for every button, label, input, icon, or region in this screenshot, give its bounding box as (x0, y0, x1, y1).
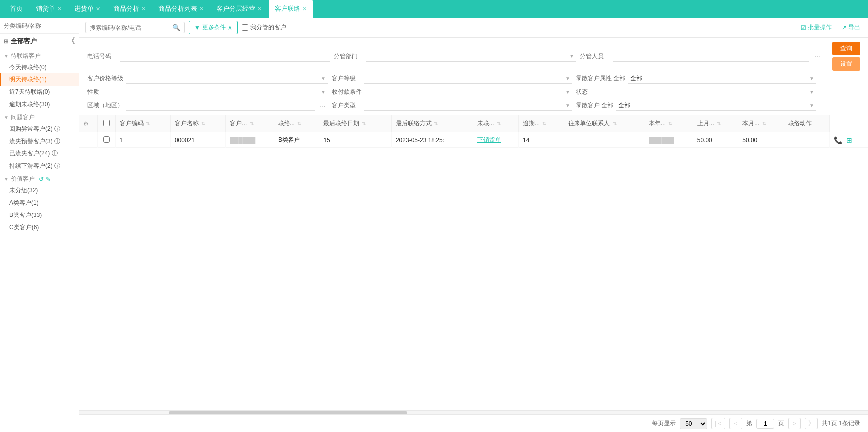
nav-customer-segment-close[interactable]: ✕ (257, 6, 262, 12)
filter-retail-customer-select[interactable]: 全部 (616, 100, 816, 110)
value-edit-icon[interactable]: ✎ (46, 176, 51, 183)
my-customers-checkbox-label[interactable]: 我分管的客户 (242, 23, 286, 32)
col-action: 联络动作 (784, 115, 829, 132)
row-uncontacted-value: 14 (523, 137, 529, 144)
sidebar-search-input[interactable] (4, 22, 78, 29)
sidebar-item-churned[interactable]: 已流失客户(24) ⓘ (0, 147, 79, 160)
filter-payment-select[interactable] (364, 87, 572, 97)
my-customers-checkbox[interactable] (242, 24, 248, 31)
filter-retail-attr-select[interactable]: 全部 (628, 73, 816, 83)
sort-icon-this-month[interactable]: ⇅ (762, 121, 766, 126)
col-overdue: 逾期... ⇅ (518, 115, 564, 132)
sidebar-item-declining[interactable]: 持续下滑客户(2) ⓘ (0, 160, 79, 172)
sidebar-item-b-class[interactable]: B类客户(33) (0, 209, 79, 221)
sort-icon-method[interactable]: ⇅ (434, 121, 438, 126)
col-gear: ⚙ (79, 115, 97, 132)
nav-purchase-close[interactable]: ✕ (96, 6, 100, 12)
sidebar-item-week[interactable]: 近7天待联络(0) (0, 86, 79, 98)
table-select-all[interactable] (103, 120, 110, 126)
filter-phone-input[interactable] (120, 51, 330, 62)
scrollbar-thumb[interactable] (169, 411, 407, 414)
sort-icon-code[interactable]: ⇅ (146, 121, 150, 126)
phone-action-icon[interactable]: 📞 (834, 136, 842, 144)
filter-customer-type-label: 客户类型 (332, 101, 362, 110)
sidebar-item-today[interactable]: 今天待联络(0) (0, 61, 79, 73)
row-checkbox[interactable] (103, 136, 110, 143)
search-icon[interactable]: 🔍 (172, 24, 180, 31)
collapse-icon[interactable]: 《 (68, 37, 75, 46)
batch-op-checkbox-icon: ☑ (801, 24, 806, 31)
customer-table: ⚙ 客户编码 ⇅ 客户名称 ⇅ (79, 115, 868, 148)
sort-icon-contact[interactable]: ⇅ (297, 121, 301, 126)
nav-home[interactable]: 首页 (4, 0, 29, 18)
per-page-select[interactable]: 50 100 200 (680, 418, 707, 429)
sort-icon-type[interactable]: ⇅ (250, 121, 254, 126)
last-page-button[interactable]: 》 (805, 418, 818, 429)
sidebar-item-tomorrow[interactable]: 明天待联络(1) (0, 73, 79, 86)
next-page-button[interactable]: ＞ (788, 418, 801, 429)
sidebar-item-c-class[interactable]: C类客户(6) (0, 221, 79, 234)
nav-analysis-list-close[interactable]: ✕ (199, 6, 204, 12)
filter-dept-select[interactable] (366, 51, 576, 61)
search-input[interactable] (90, 24, 172, 31)
nav-analysis-close[interactable]: ✕ (141, 6, 145, 12)
my-customers-label: 我分管的客户 (250, 23, 286, 32)
row-last-contact-method: 下销货单 (473, 132, 518, 148)
settings-button[interactable]: 设置 (832, 57, 860, 71)
filter-customer-level-select[interactable] (364, 73, 572, 83)
filter-manager-dots[interactable]: ··· (812, 52, 822, 60)
sort-icon-overdue[interactable]: ⇅ (542, 121, 546, 126)
filter-status-label: 状态 (576, 88, 606, 96)
sidebar-group-pending[interactable]: ▼ 待联络客户 (0, 49, 79, 61)
filter-btn[interactable]: ▼ 更多条件 ∧ (189, 21, 238, 34)
sidebar-item-ungrouped[interactable]: 未分组(32) (0, 184, 79, 197)
gear-icon[interactable]: ⚙ (83, 120, 89, 127)
sort-icon-year[interactable]: ⇅ (668, 121, 672, 126)
nav-customer-contact[interactable]: 客户联络 ✕ (269, 0, 313, 18)
nav-sales[interactable]: 销货单 ✕ (30, 0, 68, 18)
sidebar-item-a-class[interactable]: A类客户(1) (0, 197, 79, 209)
filter-row-2: 客户价格等级 ▼ 客户等级 ▼ 零散客户属性 全部 (87, 73, 860, 84)
batch-op-button[interactable]: ☑ 批量操作 (799, 22, 834, 33)
query-button[interactable]: 查询 (832, 42, 860, 55)
sort-icon-name[interactable]: ⇅ (201, 121, 205, 126)
horizontal-scrollbar[interactable] (79, 410, 868, 414)
filter-customer-type-select[interactable] (364, 100, 572, 110)
filter-area-dots[interactable]: ··· (318, 102, 328, 110)
sidebar-all-customers[interactable]: ⊞ 全部客户 《 (0, 34, 79, 49)
nav-customer-contact-close[interactable]: ✕ (302, 6, 307, 12)
page-number-input[interactable] (756, 419, 774, 429)
prev-page-button[interactable]: ＜ (729, 418, 742, 429)
sort-icon-date[interactable]: ⇅ (362, 121, 366, 126)
export-button[interactable]: ↗ 导出 (840, 22, 862, 33)
filter-price-level-label: 客户价格等级 (87, 74, 123, 83)
sidebar-group-value[interactable]: ▼ 价值客户 ↺ ✎ (0, 172, 79, 184)
nav-purchase[interactable]: 进货单 ✕ (69, 0, 106, 18)
qr-action-icon[interactable]: ⊞ (846, 136, 852, 144)
sort-icon-last-month[interactable]: ⇅ (717, 121, 721, 126)
filter-customer-level: 客户等级 ▼ (332, 73, 572, 84)
col-company-contact: 往来单位联系人 ⇅ (564, 115, 645, 132)
sidebar-item-repurchase[interactable]: 回购异常客户(2) ⓘ (0, 123, 79, 135)
sidebar-group-problem[interactable]: ▼ 问题客户 (0, 111, 79, 123)
row-method-link[interactable]: 下销货单 (477, 136, 501, 143)
value-refresh-icon[interactable]: ↺ (39, 176, 44, 183)
nav-customer-segment[interactable]: 客户分层经营 ✕ (211, 0, 268, 18)
filter-manager-input[interactable] (613, 51, 809, 62)
sort-icon-company[interactable]: ⇅ (613, 121, 617, 126)
sidebar-item-overdue-contact[interactable]: 逾期未联络(30) (0, 98, 79, 111)
filter-nature-select[interactable] (120, 87, 328, 97)
row-company-contact: ██████ (645, 132, 693, 148)
filter-status-select[interactable] (609, 87, 816, 97)
sidebar-item-lost-warning[interactable]: 流失预警客户(3) ⓘ (0, 135, 79, 147)
nav-sales-close[interactable]: ✕ (57, 6, 62, 12)
nav-home-label: 首页 (10, 4, 23, 13)
filter-area-input[interactable] (126, 100, 315, 111)
col-type-label: 客户... (230, 120, 247, 127)
nav-analysis[interactable]: 商品分析 ✕ (107, 0, 151, 18)
filter-price-level-select[interactable] (126, 73, 328, 83)
first-page-button[interactable]: |＜ (711, 418, 725, 429)
nav-analysis-list[interactable]: 商品分析列表 ✕ (152, 0, 210, 18)
sidebar-item-repurchase-label: 回购异常客户(2) ⓘ (9, 125, 60, 132)
sort-icon-uncontacted[interactable]: ⇅ (497, 121, 501, 126)
